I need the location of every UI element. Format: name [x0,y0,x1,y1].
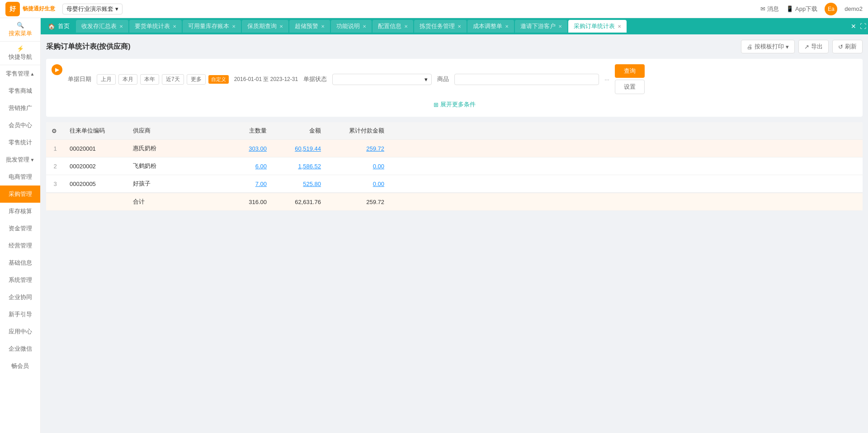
tab-config-info-close[interactable]: ✕ [404,24,408,29]
tab-expiry-query-label: 保质期查询 [247,22,277,30]
sidebar-search[interactable]: 🔍 搜索菜单 [0,18,40,42]
tab-cost-adjust-close[interactable]: ✕ [505,24,509,29]
sidebar-nav[interactable]: ⚡ 快捷导航 [0,42,40,65]
date-btn-last-month[interactable]: 上月 [97,74,116,85]
goods-input[interactable] [454,74,599,85]
app-download-btn[interactable]: 📱 App下载 [786,5,817,13]
settings-button[interactable]: 设置 [615,80,645,94]
tab-cost-adjust[interactable]: 成本调整单 ✕ [467,20,514,33]
sidebar-item-system[interactable]: 系统管理 [0,271,40,289]
sidebar-item-retail-stats[interactable]: 零售统计 [0,134,40,151]
username-label: demo2 [844,5,863,12]
tab-expiry-query[interactable]: 保质期查询 ✕ [242,20,288,33]
row-3-paid[interactable]: 0.00 [326,175,390,193]
sidebar-item-marketing[interactable]: 营销推广 [0,100,40,117]
row-3-qty[interactable]: 7.00 [218,175,272,193]
date-btn-7days[interactable]: 近7天 [162,74,184,85]
data-table: ⚙ 往来单位编码 供应商 主数量 金额 累计付款金额 1 [46,122,863,211]
refresh-button[interactable]: ↺ 刷新 [832,40,863,53]
table-section: ⚙ 往来单位编码 供应商 主数量 金额 累计付款金额 1 [46,122,863,211]
tab-function-desc[interactable]: 功能说明 ✕ [331,20,372,33]
filter-toggle-btn[interactable]: ▶ [52,64,62,75]
refresh-label: 刷新 [845,43,857,51]
tab-home-label: 首页 [58,22,70,30]
tab-close-all-icon[interactable]: ✕ [851,23,856,30]
table-row[interactable]: 1 00020001 惠氏奶粉 303.00 60,519.44 259.72 [46,140,863,157]
tab-expiry-query-close[interactable]: ✕ [279,24,283,29]
sidebar-item-inventory[interactable]: 库存核算 [0,203,40,220]
status-select[interactable]: ▾ [332,74,432,85]
row-2-paid[interactable]: 0.00 [326,157,390,175]
tab-home[interactable]: 🏠 首页 [42,20,75,33]
sidebar-item-vip[interactable]: 畅会员 [0,357,40,375]
tabbar-right: ✕ ⛶ [851,23,866,30]
date-shortcuts: 上月 本月 本年 近7天 更多 自定义 [97,74,229,85]
sidebar-item-wechat[interactable]: 企业微信 [0,340,40,357]
row-3-code: 00020005 [64,175,127,193]
tab-overstock-label: 超储预警 [295,22,318,30]
tab-available-stock-close[interactable]: ✕ [232,24,236,29]
tab-purchase-stats[interactable]: 采购订单统计表 ✕ [568,20,627,33]
col-header-gear[interactable]: ⚙ [46,122,64,140]
sidebar-item-guide[interactable]: 新手引导 [0,306,40,323]
sidebar-item-member[interactable]: 会员中心 [0,117,40,134]
tab-picking-task[interactable]: 拣货任务管理 ✕ [414,20,467,33]
table-row[interactable]: 3 00020005 好孩子 7.00 525.80 0.00 [46,175,863,193]
row-2-amount[interactable]: 1,586.52 [272,157,326,175]
table-row[interactable]: 2 00020002 飞鹤奶粉 6.00 1,586.52 0.00 [46,157,863,175]
workspace-selector[interactable]: 母婴行业演示账套 ▾ [62,4,123,14]
tab-invite-downstream[interactable]: 邀请下游客户 ✕ [515,20,567,33]
sidebar-item-enterprise[interactable]: 企业协同 [0,289,40,306]
expand-more-btn[interactable]: ⊞ 展开更多条件 [431,98,478,111]
row-3-num: 3 [46,175,64,193]
tab-receive-summary-close[interactable]: ✕ [119,24,123,29]
more-options-icon[interactable]: ··· [604,76,609,83]
query-button[interactable]: 查询 [615,64,645,78]
tab-purchase-stats-close[interactable]: ✕ [618,24,621,29]
tab-fullscreen-icon[interactable]: ⛶ [860,23,866,30]
tab-demand-stats-label: 要货单统计表 [135,22,170,30]
tab-picking-task-close[interactable]: ✕ [458,24,461,29]
user-avatar[interactable]: Ea [825,3,837,15]
col-header-supplier: 供应商 [127,122,218,140]
tab-overstock[interactable]: 超储预警 ✕ [289,20,330,33]
date-btn-this-month[interactable]: 本月 [118,74,137,85]
print-button[interactable]: 🖨 按模板打印 ▾ [741,40,795,53]
sidebar-item-purchase[interactable]: 采购管理 [0,186,40,203]
sidebar-item-retail-store[interactable]: 零售商城 [0,82,40,100]
filter-row-1: 单据日期 上月 本月 本年 近7天 更多 自定义 2016-01-01 至 20… [68,64,857,94]
tab-demand-stats[interactable]: 要货单统计表 ✕ [129,20,182,33]
tab-config-info[interactable]: 配置信息 ✕ [373,20,413,33]
footer-amount: 62,631.76 [272,193,326,211]
app-download-label: App下载 [795,5,817,13]
tab-purchase-stats-label: 采购订单统计表 [574,22,615,30]
date-btn-this-year[interactable]: 本年 [140,74,159,85]
sidebar-item-ops[interactable]: 经营管理 [0,237,40,254]
tab-available-stock[interactable]: 可用量库存账本 ✕ [183,20,241,33]
sidebar-item-wholesale[interactable]: 批发管理 ▼ [0,151,40,168]
message-btn[interactable]: ✉ 消息 [760,5,779,13]
col-header-extra [390,122,863,140]
marketing-label: 营销推广 [9,104,32,112]
sidebar-item-retail-mgmt[interactable]: 零售管理 ▲ [0,65,40,82]
row-3-amount[interactable]: 525.80 [272,175,326,193]
guide-label: 新手引导 [9,310,32,319]
tab-function-desc-close[interactable]: ✕ [363,24,366,29]
tab-overstock-close[interactable]: ✕ [321,24,325,29]
export-button[interactable]: ↗ 导出 [798,40,829,53]
row-1-amount[interactable]: 60,519.44 [272,140,326,157]
row-1-qty[interactable]: 303.00 [218,140,272,157]
sidebar-item-finance[interactable]: 资金管理 [0,220,40,237]
sidebar-item-basic[interactable]: 基础信息 [0,254,40,271]
sidebar-item-ecommerce[interactable]: 电商管理 [0,168,40,186]
tab-invite-downstream-close[interactable]: ✕ [558,24,562,29]
tab-receive-summary[interactable]: 收发存汇总表 ✕ [76,20,128,33]
sidebar-item-app-center[interactable]: 应用中心 [0,323,40,340]
row-2-qty[interactable]: 6.00 [218,157,272,175]
row-1-extra [390,140,863,157]
member-label: 会员中心 [9,121,32,129]
tab-function-desc-label: 功能说明 [336,22,360,30]
tab-demand-stats-close[interactable]: ✕ [173,24,176,29]
row-1-paid[interactable]: 259.72 [326,140,390,157]
date-btn-more[interactable]: 更多 [187,74,206,85]
